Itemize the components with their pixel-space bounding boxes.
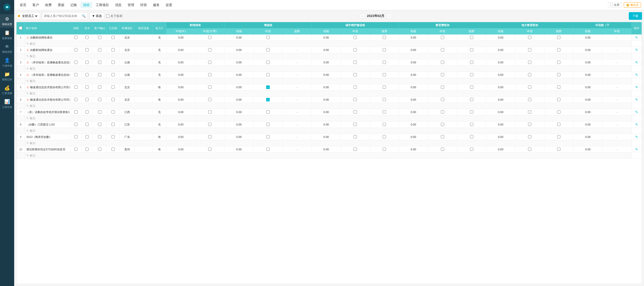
remark-edit-icon[interactable]: ✎ [26,67,29,70]
city-pay-checkbox[interactable] [383,36,386,39]
remark-edit-icon[interactable]: ✎ [26,129,29,132]
declared-checkbox[interactable] [111,135,115,138]
edu-pay-checkbox[interactable] [470,61,473,64]
swipe-checkbox[interactable] [85,73,89,76]
fin-year-checkbox[interactable] [208,85,211,89]
search-input[interactable] [44,14,82,18]
local-declare-checkbox[interactable] [528,123,531,126]
fin-year-checkbox[interactable] [208,123,211,126]
fin-year-checkbox[interactable] [208,73,211,76]
edit-button[interactable]: ✎ [635,122,638,127]
local-declare-checkbox[interactable] [528,148,531,151]
topnav-services[interactable]: 服务 [150,2,162,8]
sidebar-item-remittance[interactable]: 💰 汇算清缴 [0,83,14,97]
edu-pay-checkbox[interactable] [470,36,473,39]
verify-checkbox[interactable] [98,73,101,76]
declared-checkbox[interactable] [111,48,115,51]
prev-month-button[interactable]: ‹ [359,13,365,19]
filter-button[interactable]: ▼ 筛选 [90,12,104,20]
edit-button[interactable]: ✎ [635,60,638,64]
swipe-checkbox[interactable] [85,85,89,89]
edu-declare-checkbox[interactable] [441,148,444,151]
declared-checkbox[interactable] [111,123,115,126]
download-button[interactable]: 下载 [629,12,642,20]
declared-checkbox[interactable] [111,73,115,76]
edu-pay-checkbox[interactable] [470,85,473,89]
declared-checkbox[interactable] [111,98,115,101]
fin-year-checkbox[interactable] [208,135,211,138]
edit-button[interactable]: ✎ [635,48,638,52]
vat-declare-checkbox[interactable] [266,148,270,151]
fin-year-checkbox[interactable] [208,48,211,51]
remark-edit-icon[interactable]: ✎ [26,154,29,157]
city-pay-checkbox[interactable] [383,48,386,51]
local-pay-checkbox[interactable] [557,110,560,114]
taxes-checkbox[interactable] [74,36,77,39]
sidebar-item-tax-settings[interactable]: ⚙ 报税设置 [0,14,14,28]
edit-button[interactable]: ✎ [635,147,638,151]
edu-declare-checkbox[interactable] [441,110,444,114]
edit-button[interactable]: ✎ [635,110,638,114]
member-button[interactable]: 👑 畅会员 [624,2,641,8]
local-declare-checkbox[interactable] [528,110,531,114]
next-month-button[interactable]: › [386,13,392,19]
verify-checkbox[interactable] [98,123,101,126]
edu-pay-checkbox[interactable] [470,135,473,138]
taxes-checkbox[interactable] [74,85,77,89]
edu-declare-checkbox[interactable] [441,85,444,89]
local-pay-checkbox[interactable] [557,85,560,89]
employee-filter-select[interactable]: 全部员工 [21,14,38,18]
fin-year-checkbox[interactable] [208,61,211,64]
edu-pay-checkbox[interactable] [470,98,473,101]
sidebar-item-annual-report[interactable]: 📊 工商年报 [0,97,14,111]
remark-edit-icon[interactable]: ✎ [26,117,29,120]
edu-declare-checkbox[interactable] [441,36,444,39]
city-declare-checkbox[interactable] [354,98,357,101]
city-pay-checkbox[interactable] [383,61,386,64]
fin-year-checkbox[interactable] [208,148,211,151]
local-declare-checkbox[interactable] [528,36,531,39]
local-declare-checkbox[interactable] [528,73,531,76]
swipe-checkbox[interactable] [85,98,89,101]
topnav-billing[interactable]: 收费 [43,2,54,8]
edu-pay-checkbox[interactable] [470,73,473,76]
remark-edit-icon[interactable]: ✎ [26,55,29,58]
verify-checkbox[interactable] [98,135,101,138]
edu-pay-checkbox[interactable] [470,123,473,126]
remark-edit-icon[interactable]: ✎ [26,141,29,145]
city-pay-checkbox[interactable] [383,73,386,76]
vat-declare-checkbox[interactable] [266,123,270,126]
checkbox-label[interactable]: 名下标表 [106,14,123,18]
local-pay-checkbox[interactable] [557,98,560,101]
city-declare-checkbox[interactable] [354,73,357,76]
edu-declare-checkbox[interactable] [441,61,444,64]
declared-checkbox[interactable] [111,110,115,114]
sidebar-item-tax-view[interactable]: 👁 报税浏览 [0,42,14,56]
city-pay-checkbox[interactable] [383,135,386,138]
city-pay-checkbox[interactable] [383,148,386,151]
city-pay-checkbox[interactable] [383,98,386,101]
local-pay-checkbox[interactable] [557,135,560,138]
checkbox-name-list[interactable] [106,14,109,18]
edu-declare-checkbox[interactable] [441,135,444,138]
city-declare-checkbox[interactable] [354,85,357,89]
swipe-checkbox[interactable] [85,110,89,114]
vat-declare-checkbox[interactable] [266,61,270,64]
vat-declare-checkbox[interactable] [266,36,270,39]
verify-checkbox[interactable] [98,85,101,89]
sidebar-item-tax-records[interactable]: 📁 报税记录 [0,69,14,83]
local-declare-checkbox[interactable] [528,85,531,89]
swipe-checkbox[interactable] [85,61,89,64]
edu-pay-checkbox[interactable] [470,48,473,51]
city-declare-checkbox[interactable] [354,48,357,51]
fin-year-checkbox[interactable] [208,110,211,114]
local-declare-checkbox[interactable] [528,48,531,51]
local-declare-checkbox[interactable] [528,98,531,101]
taxes-checkbox[interactable] [74,148,77,151]
topnav-invoices[interactable]: 票据 [55,2,67,8]
remark-edit-icon[interactable]: ✎ [26,42,29,45]
taxes-checkbox[interactable] [74,110,77,114]
taxes-checkbox[interactable] [74,135,77,138]
edu-declare-checkbox[interactable] [441,73,444,76]
city-pay-checkbox[interactable] [383,110,386,114]
